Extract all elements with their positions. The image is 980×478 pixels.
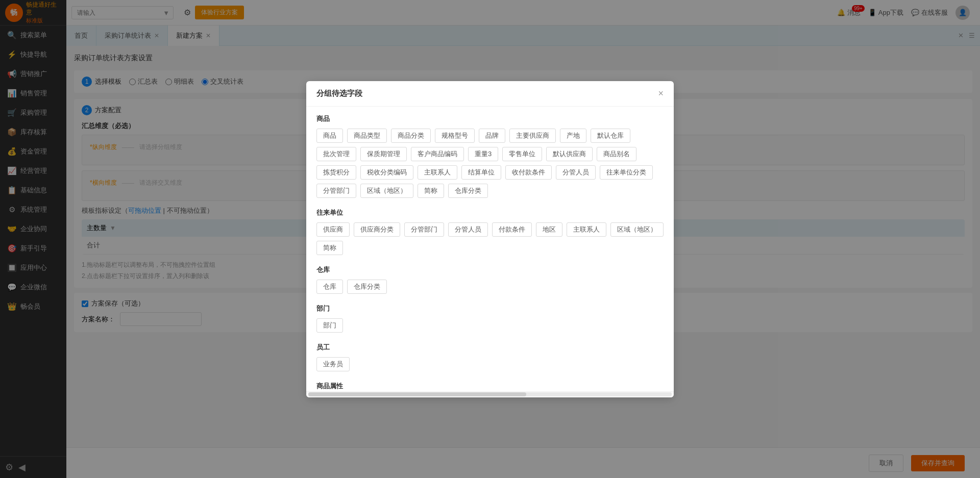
field-tag[interactable]: 商品类型: [347, 129, 387, 143]
modal-hscroll-thumb: [308, 392, 526, 396]
field-tag[interactable]: 往来单位分类: [600, 165, 653, 180]
field-tag[interactable]: 收付款条件: [505, 165, 552, 180]
field-tag[interactable]: 商品: [316, 129, 343, 143]
field-section-title-warehouse: 仓库: [316, 265, 664, 274]
field-section-department: 部门部门: [316, 304, 664, 333]
field-tag[interactable]: 保质期管理: [360, 147, 407, 161]
field-tag[interactable]: 零售单位: [502, 147, 542, 161]
field-tag[interactable]: 供应商分类: [354, 222, 400, 237]
field-tag[interactable]: 主联系人: [567, 222, 606, 237]
field-tag[interactable]: 规格型号: [435, 129, 475, 143]
field-tag[interactable]: 商品分类: [391, 129, 431, 143]
field-section-title-counterpart: 往来单位: [316, 208, 664, 217]
field-section-counterpart: 往来单位供应商供应商分类分管部门分管人员付款条件地区主联系人区域（地区）简称: [316, 208, 664, 255]
field-tag[interactable]: 简称: [418, 184, 444, 198]
modal-dialog: 分组待选字段 × 商品商品商品类型商品分类规格型号品牌主要供应商产地默认仓库批次…: [306, 81, 674, 397]
field-tag[interactable]: 客户商品编码: [411, 147, 464, 161]
field-tags-counterpart: 供应商供应商分类分管部门分管人员付款条件地区主联系人区域（地区）简称: [316, 222, 664, 255]
field-tag[interactable]: 分管人员: [556, 165, 596, 180]
field-section-employee: 员工业务员: [316, 343, 664, 371]
field-tag[interactable]: 品牌: [479, 129, 505, 143]
field-tag[interactable]: 区域（地区）: [610, 222, 664, 237]
field-tag[interactable]: 分管部门: [404, 222, 444, 237]
field-tag[interactable]: 结算单位: [461, 165, 501, 180]
field-tag[interactable]: 简称: [316, 241, 343, 255]
field-tag[interactable]: 主要供应商: [509, 129, 556, 143]
field-section-goods: 商品商品商品类型商品分类规格型号品牌主要供应商产地默认仓库批次管理保质期管理客户…: [316, 114, 664, 198]
field-tags-employee: 业务员: [316, 357, 664, 371]
field-section-title-goods: 商品: [316, 114, 664, 123]
field-tag[interactable]: 税收分类编码: [360, 165, 413, 180]
field-tag[interactable]: 主联系人: [418, 165, 457, 180]
modal-close-button[interactable]: ×: [658, 88, 664, 99]
modal-header: 分组待选字段 ×: [306, 81, 674, 107]
field-tag[interactable]: 区域（地区）: [360, 184, 413, 198]
field-tag[interactable]: 部门: [316, 318, 343, 333]
field-tag[interactable]: 分管人员: [448, 222, 488, 237]
field-section-warehouse: 仓库仓库仓库分类: [316, 265, 664, 294]
modal-overlay: 分组待选字段 × 商品商品商品类型商品分类规格型号品牌主要供应商产地默认仓库批次…: [0, 0, 980, 478]
field-tag[interactable]: 供应商: [316, 222, 350, 237]
field-tag[interactable]: 重量3: [468, 147, 498, 161]
modal-title: 分组待选字段: [316, 89, 362, 98]
field-tag[interactable]: 批次管理: [316, 147, 356, 161]
field-tag[interactable]: 分管部门: [316, 184, 356, 198]
field-tag[interactable]: 产地: [560, 129, 586, 143]
field-tag[interactable]: 商品别名: [597, 147, 636, 161]
field-tags-warehouse: 仓库仓库分类: [316, 280, 664, 294]
field-tags-department: 部门: [316, 318, 664, 333]
field-tag[interactable]: 仓库: [316, 280, 343, 294]
field-tag[interactable]: 付款条件: [492, 222, 532, 237]
field-tag[interactable]: 业务员: [316, 357, 350, 371]
modal-body: 商品商品商品类型商品分类规格型号品牌主要供应商产地默认仓库批次管理保质期管理客户…: [306, 107, 674, 391]
field-section-product_attr: 商品属性属性颜色多规格尺码鞋码1: [316, 382, 664, 391]
field-section-title-product_attr: 商品属性: [316, 382, 664, 391]
field-tag[interactable]: 拣货积分: [316, 165, 356, 180]
field-section-title-department: 部门: [316, 304, 664, 313]
field-tag[interactable]: 地区: [536, 222, 562, 237]
field-tag[interactable]: 仓库分类: [448, 184, 488, 198]
field-tag[interactable]: 默认仓库: [591, 129, 630, 143]
field-tag[interactable]: 默认供应商: [546, 147, 593, 161]
field-tag[interactable]: 仓库分类: [347, 280, 387, 294]
modal-horizontal-scrollbar[interactable]: [306, 391, 674, 397]
modal-hscroll-track: [308, 392, 672, 396]
field-section-title-employee: 员工: [316, 343, 664, 352]
field-tags-goods: 商品商品类型商品分类规格型号品牌主要供应商产地默认仓库批次管理保质期管理客户商品…: [316, 129, 664, 198]
